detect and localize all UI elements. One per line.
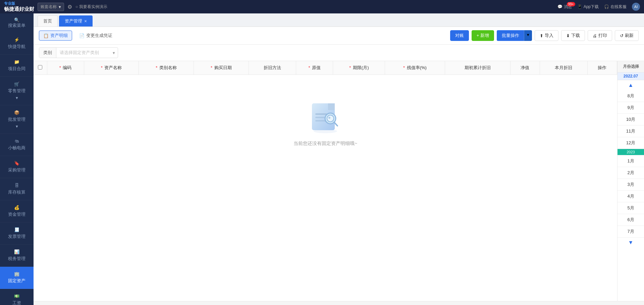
top-bar-right: 💬 消息 99+ 📱 App下载 🎧 在线客服 AI xyxy=(557,3,640,11)
download-button[interactable]: ⬇ 下载 xyxy=(561,30,585,41)
col-monthly-dep: 本月折旧 xyxy=(540,61,587,75)
sub-tab-voucher[interactable]: 📄 变更生成凭证 xyxy=(75,31,117,41)
bottom-scrollbar[interactable] xyxy=(34,301,644,305)
month-item-4[interactable]: 4月 xyxy=(618,191,644,202)
project-icon: 📁 xyxy=(14,59,19,64)
chevron-down-icon: ▾ xyxy=(59,4,61,9)
refresh-label: 刷新 xyxy=(625,33,634,39)
col-purchase-date: * 购买日期 xyxy=(194,61,249,75)
select-all-checkbox[interactable] xyxy=(38,65,42,69)
sidebar-purchase-label: 采购管理 xyxy=(8,167,25,173)
tab-home[interactable]: 首页 xyxy=(38,15,58,27)
col-original-value: * 原值 xyxy=(296,61,333,75)
table-wrapper: * 编码 * 资产名称 * 类别名称 xyxy=(34,61,617,301)
svg-rect-6 xyxy=(315,117,325,118)
month-item-1[interactable]: 1月 xyxy=(618,155,644,167)
sidebar-item-retail[interactable]: 🛒 零售管理 ▾ xyxy=(0,77,34,105)
settings-button[interactable]: ⚙ xyxy=(67,4,72,10)
ecommerce-icon: 🛍 xyxy=(15,139,19,144)
sidebar-item-nav[interactable]: ⚡ 快捷导航 xyxy=(0,33,34,55)
month-item-8[interactable]: 8月 xyxy=(618,90,644,102)
sidebar-item-purchase[interactable]: 🔖 采购管理 xyxy=(0,156,34,178)
month-nav-up[interactable]: ▲ xyxy=(618,80,644,90)
sidebar-retail-label: 零售管理 xyxy=(8,88,25,94)
batch-dropdown-arrow[interactable]: ▾ xyxy=(524,30,532,41)
col-net-value: 净值 xyxy=(510,61,540,75)
col-category-label: 类别名称 xyxy=(159,65,177,70)
demo-button[interactable]: ○ 我要看实例演示 xyxy=(75,4,107,10)
month-item-6[interactable]: 6月 xyxy=(618,214,644,226)
search-menu-label: 搜索菜单 xyxy=(3,22,31,29)
sidebar-item-wholesale[interactable]: 📦 批发管理 ▾ xyxy=(0,105,34,134)
sidebar-wholesale-label: 批发管理 xyxy=(8,116,25,122)
month-panel: 月份选择 2022.07 ▲ 8月 9月 10月 11月 12月 2023 1月… xyxy=(617,61,644,301)
empty-state: 当前您还没有固定资产明细哦~ xyxy=(34,75,617,167)
col-period-label: 期限(月) xyxy=(353,65,369,70)
sidebar-item-finance[interactable]: 💰 资金管理 xyxy=(0,200,34,222)
checkbox-column xyxy=(34,61,47,75)
month-item-11[interactable]: 11月 xyxy=(618,125,644,137)
print-button[interactable]: 🖨 打印 xyxy=(588,30,612,41)
month-item-3[interactable]: 3月 xyxy=(618,179,644,191)
print-icon: 🖨 xyxy=(593,33,597,38)
category-filter[interactable]: 类别 请选择固定资产类别 ▾ xyxy=(39,47,118,58)
sidebar-item-project[interactable]: 📁 项目合同 xyxy=(0,55,34,77)
col-dep-method: 折旧方法 xyxy=(249,61,296,75)
detail-tab-label: 资产明细 xyxy=(50,33,68,39)
refresh-icon: ↺ xyxy=(620,33,624,38)
col-residual-rate-label: 残值率(%) xyxy=(407,65,427,70)
user-avatar[interactable]: AI xyxy=(632,3,640,11)
search-menu-button[interactable]: 🔍 搜索菜单 xyxy=(0,13,34,33)
add-label: + 新增 xyxy=(477,33,489,39)
month-item-9[interactable]: 9月 xyxy=(618,102,644,114)
month-item-7[interactable]: 7月 xyxy=(618,226,644,238)
import-button[interactable]: ⬆ 导入 xyxy=(535,30,558,41)
retail-icon: 🛒 xyxy=(14,82,19,87)
app-download-button[interactable]: 📱 App下载 xyxy=(577,4,599,10)
month-item-5[interactable]: 5月 xyxy=(618,202,644,214)
download-icon: ⬇ xyxy=(566,33,570,38)
batch-label: 批量操作 xyxy=(502,33,519,39)
sub-tab-detail[interactable]: 📋 资产明细 xyxy=(39,31,72,41)
demo-text: 我要看实例演示 xyxy=(79,4,107,10)
sidebar-invoice-label: 发票管理 xyxy=(8,234,25,240)
logo-subtitle: 专业版 xyxy=(4,1,34,6)
message-icon: 💬 xyxy=(557,4,562,9)
demo-icon: ○ xyxy=(75,4,78,9)
add-button[interactable]: + 新增 xyxy=(472,30,494,41)
sidebar: 🔍 搜索菜单 ⚡ 快捷导航 📁 项目合同 🛒 零售管理 ▾ 📦 批发管理 ▾ 🛍… xyxy=(0,13,34,305)
top-bar: 专业版 畅捷通好业财 账套名称 ▾ ⚙ ○ 我要看实例演示 💬 消息 99+ 📱… xyxy=(0,0,644,13)
online-service-button[interactable]: 🎧 在线客服 xyxy=(604,4,627,10)
message-button[interactable]: 💬 消息 99+ xyxy=(557,4,572,10)
app-logo: 专业版 畅捷通好业财 xyxy=(4,1,34,12)
reconcile-button[interactable]: 对账 xyxy=(450,30,469,41)
selector-text: 账套名称 xyxy=(41,4,57,10)
sidebar-item-invoice[interactable]: 🧾 发票管理 xyxy=(0,222,34,245)
account-selector[interactable]: 账套名称 ▾ xyxy=(38,3,64,11)
batch-button[interactable]: 批量操作 xyxy=(497,30,524,41)
top-bar-left: 专业版 畅捷通好业财 账套名称 ▾ ⚙ ○ 我要看实例演示 xyxy=(4,1,107,12)
category-select-input[interactable]: 请选择固定资产类别 xyxy=(56,48,110,58)
sidebar-finance-label: 资金管理 xyxy=(8,211,25,217)
tab-asset-management[interactable]: 资产管理 × xyxy=(59,15,93,27)
refresh-button[interactable]: ↺ 刷新 xyxy=(615,30,639,41)
col-monthly-dep-label: 本月折旧 xyxy=(555,65,572,70)
sidebar-item-salary[interactable]: 💵 工资 xyxy=(0,289,34,305)
sidebar-item-inventory[interactable]: 🗄 库存核算 xyxy=(0,178,34,200)
sidebar-item-tax[interactable]: 📊 税务管理 xyxy=(0,245,34,267)
month-nav-down[interactable]: ▼ xyxy=(618,238,644,248)
sidebar-asset-label: 固定资产 xyxy=(8,278,25,284)
sidebar-item-asset[interactable]: 🏢 固定资产 xyxy=(0,267,34,289)
tab-close-button[interactable]: × xyxy=(84,19,87,23)
month-item-12[interactable]: 12月 xyxy=(618,137,644,149)
content-area: 首页 资产管理 × 📋 资产明细 📄 变更生成凭证 xyxy=(34,13,644,305)
month-item-10[interactable]: 10月 xyxy=(618,114,644,125)
svg-point-11 xyxy=(328,117,330,119)
invoice-icon: 🧾 xyxy=(14,227,19,232)
svg-rect-5 xyxy=(315,113,327,115)
asset-icon: 🏢 xyxy=(14,271,19,276)
sidebar-item-ecommerce[interactable]: 🛍 小畅电商 xyxy=(0,134,34,156)
month-item-2[interactable]: 2月 xyxy=(618,167,644,179)
voucher-tab-label: 变更生成凭证 xyxy=(86,33,112,39)
svg-rect-7 xyxy=(315,120,326,121)
